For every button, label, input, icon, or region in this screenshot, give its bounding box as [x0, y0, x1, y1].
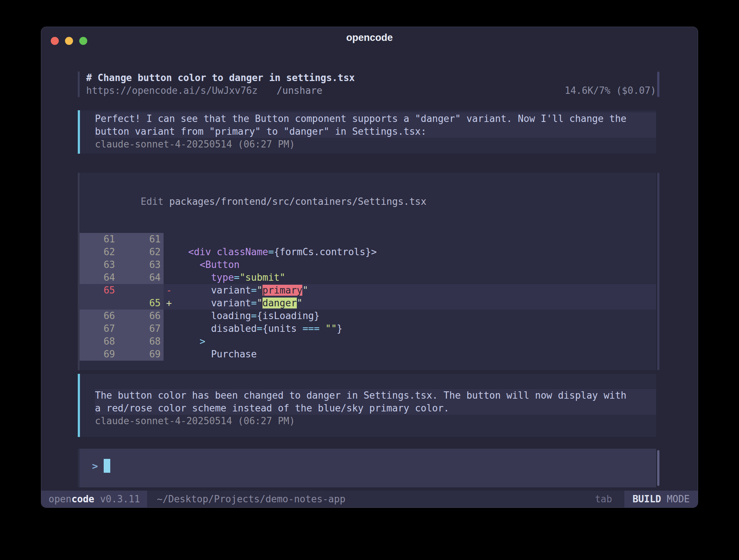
tab-key-hint: tab	[595, 491, 612, 507]
message-text: Perfect! I can see that the Button compo…	[95, 112, 656, 138]
session-header: # Change button color to danger in setti…	[78, 72, 656, 97]
diff-gutter: 6363	[80, 258, 164, 271]
diff-marker: +	[164, 297, 177, 310]
diff-row: 6969 Purchase	[80, 348, 656, 361]
code-line: <Button	[177, 258, 240, 271]
new-line-number: 66	[115, 310, 161, 322]
diff-gutter: 6262	[80, 246, 164, 258]
diff-marker	[164, 271, 177, 284]
new-line-number: 62	[115, 246, 161, 258]
diff-marker	[164, 258, 177, 271]
scrollbar-thumb[interactable]	[657, 450, 659, 486]
scrollbar-thumb[interactable]	[657, 173, 659, 370]
diff-gutter: 6666	[80, 310, 164, 322]
model-meta: claude-sonnet-4-20250514 (06:27 PM)	[95, 415, 656, 427]
diff-marker: -	[164, 284, 177, 297]
new-line-number: 65	[115, 297, 161, 310]
edit-tool-label: Edit	[141, 196, 169, 207]
old-line-number: 65	[80, 284, 115, 297]
assistant-message: Perfect! I can see that the Button compo…	[78, 110, 656, 154]
text-cursor	[104, 459, 110, 473]
diff-row: 6363 <Button	[80, 258, 656, 271]
working-directory: ~/Desktop/Projects/demo-notes-app	[157, 491, 345, 507]
new-line-number: 64	[115, 271, 161, 284]
old-line-number: 62	[80, 246, 115, 258]
old-line-number: 69	[80, 348, 115, 361]
old-line-number: 61	[80, 233, 115, 246]
code-line: disabled={units === ""}	[177, 322, 342, 335]
diff-row: 65- variant="primary"	[80, 284, 656, 297]
new-line-number: 68	[115, 335, 161, 348]
diff-row: 6666 loading={isLoading}	[80, 310, 656, 322]
scrollbar-thumb[interactable]	[657, 72, 659, 97]
code-line: loading={isLoading}	[177, 310, 319, 322]
code-line: variant="danger"	[177, 297, 302, 310]
code-line: >	[177, 335, 205, 348]
diff-gutter: 6767	[80, 322, 164, 335]
new-line-number	[115, 284, 161, 297]
old-line-number: 68	[80, 335, 115, 348]
new-line-number: 67	[115, 322, 161, 335]
diff-row: 6868 >	[80, 335, 656, 348]
diff-gutter: 65	[80, 284, 164, 297]
old-line-number: 67	[80, 322, 115, 335]
code-line: Purchase	[177, 348, 257, 361]
diff-row: 6161	[80, 233, 656, 246]
diff-row: 65+ variant="danger"	[80, 297, 656, 310]
code-line: type="submit"	[177, 271, 285, 284]
code-line: <div className={formCs.controls}>	[177, 246, 377, 258]
diff-gutter: 6161	[80, 233, 164, 246]
mode-indicator[interactable]: BUILD MODE	[624, 491, 698, 507]
edit-file-path: packages/frontend/src/containers/Setting…	[169, 196, 426, 207]
new-line-number: 63	[115, 258, 161, 271]
edit-tool-header: Edit packages/frontend/src/containers/Se…	[95, 185, 656, 218]
old-line-number: 63	[80, 258, 115, 271]
diff-gutter: 65	[80, 297, 164, 310]
diff-marker	[164, 310, 177, 322]
old-line-number: 66	[80, 310, 115, 322]
diff-gutter: 6969	[80, 348, 164, 361]
diff-marker	[164, 348, 177, 361]
opencode-window: opencode # Change button color to danger…	[41, 27, 698, 508]
diff-row: 6262 <div className={formCs.controls}>	[80, 246, 656, 258]
new-line-number: 61	[115, 233, 161, 246]
old-line-number	[80, 297, 115, 310]
titlebar: opencode	[41, 27, 698, 48]
app-version-segment: opencode v0.3.11	[41, 491, 147, 507]
diff-marker	[164, 322, 177, 335]
old-line-number: 64	[80, 271, 115, 284]
edit-tool-call: Edit packages/frontend/src/containers/Se…	[78, 173, 656, 370]
diff-marker	[164, 233, 177, 246]
diff-row: 6767 disabled={units === ""}	[80, 322, 656, 335]
prompt-input[interactable]: >	[78, 449, 656, 487]
diff-marker	[164, 246, 177, 258]
diff-gutter: 6868	[80, 335, 164, 348]
status-bar: opencode v0.3.11 ~/Desktop/Projects/demo…	[41, 491, 698, 507]
unshare-command[interactable]: /unshare	[277, 84, 322, 97]
diff-row: 6464 type="submit"	[80, 271, 656, 284]
window-title: opencode	[41, 27, 698, 48]
code-line: variant="primary"	[177, 284, 308, 297]
context-stats: 14.6K/7% ($0.07)	[565, 84, 656, 97]
new-line-number: 69	[115, 348, 161, 361]
model-meta: claude-sonnet-4-20250514 (06:27 PM)	[95, 138, 656, 151]
message-text: The button color has been changed to dan…	[95, 389, 656, 415]
session-title: # Change button color to danger in setti…	[86, 72, 656, 84]
diff-rows: 61616262 <div className={formCs.controls…	[80, 233, 656, 361]
diff-marker	[164, 335, 177, 348]
assistant-message: The button color has been changed to dan…	[78, 374, 656, 437]
prompt-symbol: >	[92, 460, 98, 472]
diff-gutter: 6464	[80, 271, 164, 284]
share-url[interactable]: https://opencode.ai/s/UwJxv76z	[86, 84, 258, 97]
